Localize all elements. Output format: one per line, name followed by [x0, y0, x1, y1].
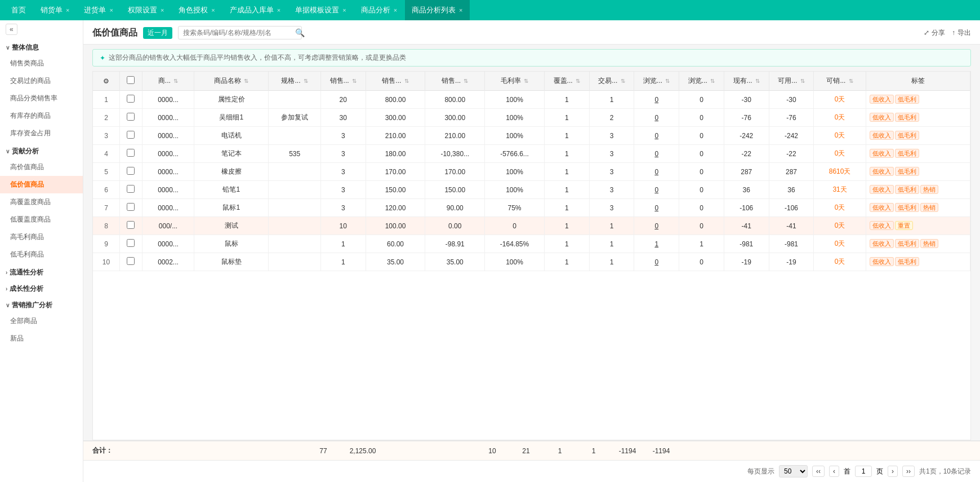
sidebar-item-all-goods[interactable]: 全部商品	[0, 312, 83, 330]
row-view1[interactable]: 0	[634, 91, 679, 109]
sidebar-item-low-value[interactable]: 低价值商品	[0, 176, 83, 193]
view1-link[interactable]: 0	[654, 114, 658, 122]
sidebar-group-circulation[interactable]: › 流通性分析	[0, 263, 83, 280]
nav-role[interactable]: 角色授权 ×	[172, 0, 221, 20]
col-profit-rate[interactable]: 毛利率 ⇅	[485, 72, 545, 91]
sidebar-group-marketing[interactable]: ∨ 营销推广分析	[0, 296, 83, 312]
tag-badge: 低收入	[870, 113, 894, 122]
col-spec[interactable]: 规格... ⇅	[269, 72, 321, 91]
row-view1[interactable]: 1	[634, 235, 679, 253]
row-checkbox[interactable]	[127, 149, 135, 157]
col-settings[interactable]: ⚙	[93, 72, 120, 91]
row-view1[interactable]: 0	[634, 127, 679, 145]
page-suffix: 页	[876, 467, 883, 476]
row-view1[interactable]: 0	[634, 109, 679, 127]
page-number-input[interactable]	[855, 466, 872, 477]
col-sale-qty[interactable]: 销售... ⇅	[320, 72, 366, 91]
sidebar-item-stock-goods[interactable]: 有库存的商品	[0, 107, 83, 125]
col-sale-price[interactable]: 销售... ⇅	[366, 72, 425, 91]
row-code: 0000...	[142, 145, 194, 163]
sidebar-item-low-coverage[interactable]: 低覆盖度商品	[0, 211, 83, 228]
close-icon[interactable]: ×	[459, 7, 462, 14]
row-view1[interactable]: 0	[634, 217, 679, 235]
sidebar-group-growth[interactable]: › 成长性分析	[0, 280, 83, 296]
sidebar-group-overall[interactable]: ∨ 整体信息	[0, 38, 83, 55]
view1-link[interactable]: 0	[654, 204, 658, 212]
col-name[interactable]: 商品名称 ⇅	[194, 72, 269, 91]
row-checkbox[interactable]	[127, 113, 135, 121]
row-checkbox[interactable]	[127, 131, 135, 139]
nav-template[interactable]: 单据模板设置 ×	[288, 0, 353, 20]
select-all-checkbox[interactable]	[127, 76, 135, 84]
view1-link[interactable]: 0	[654, 258, 658, 266]
sidebar-item-high-profit[interactable]: 高毛利商品	[0, 228, 83, 246]
col-code[interactable]: 商... ⇅	[142, 72, 194, 91]
row-checkbox[interactable]	[127, 167, 135, 175]
close-icon[interactable]: ×	[211, 7, 215, 14]
sidebar-item-stock-capital[interactable]: 库存资金占用	[0, 125, 83, 142]
view1-link[interactable]: 0	[654, 168, 658, 176]
row-tags: 低收入低毛利	[866, 253, 970, 271]
sidebar-group-contribution[interactable]: ∨ 贡献分析	[0, 142, 83, 158]
col-saleable[interactable]: 可销... ⇅	[814, 72, 866, 91]
col-sale-amount[interactable]: 销售... ⇅	[425, 72, 485, 91]
nav-sales[interactable]: 销货单 ×	[34, 0, 76, 20]
row-sale-qty: 3	[320, 199, 366, 217]
row-checkbox[interactable]	[127, 185, 135, 193]
view1-link[interactable]: 0	[654, 186, 658, 194]
row-checkbox[interactable]	[127, 221, 135, 229]
close-icon[interactable]: ×	[277, 7, 280, 14]
view1-link[interactable]: 0	[654, 150, 658, 158]
nav-product-in[interactable]: 产成品入库单 ×	[223, 0, 287, 20]
nav-product-analysis[interactable]: 商品分析 ×	[354, 0, 404, 20]
row-checkbox[interactable]	[127, 257, 135, 265]
row-tags: 低收入低毛利	[866, 91, 970, 109]
sidebar-item-traded[interactable]: 交易过的商品	[0, 72, 83, 90]
sidebar-collapse-btn[interactable]: «	[6, 24, 17, 35]
view1-link[interactable]: 0	[654, 96, 658, 104]
view1-link[interactable]: 0	[654, 222, 658, 230]
close-icon[interactable]: ×	[161, 7, 164, 14]
row-view1[interactable]: 0	[634, 199, 679, 217]
sidebar-item-high-coverage[interactable]: 高覆盖度商品	[0, 193, 83, 211]
row-num: 8	[93, 217, 120, 235]
sidebar-item-category-rate[interactable]: 商品分类销售率	[0, 90, 83, 107]
export-btn[interactable]: ↑ 导出	[952, 28, 971, 38]
col-view1[interactable]: 浏览... ⇅	[634, 72, 679, 91]
close-icon[interactable]: ×	[109, 7, 113, 14]
col-current-stock[interactable]: 现有... ⇅	[724, 72, 769, 91]
nav-home[interactable]: 首页	[5, 0, 33, 20]
row-checkbox[interactable]	[127, 203, 135, 211]
row-checkbox[interactable]	[127, 239, 135, 247]
time-tag-btn[interactable]: 近一月	[143, 27, 172, 39]
search-input[interactable]	[178, 26, 302, 39]
page-last-btn[interactable]: ››	[902, 466, 915, 477]
row-view1[interactable]: 0	[634, 145, 679, 163]
col-view2[interactable]: 浏览... ⇅	[679, 72, 724, 91]
row-checkbox[interactable]	[127, 95, 135, 103]
view1-link[interactable]: 1	[654, 240, 658, 248]
sidebar-item-low-profit[interactable]: 低毛利商品	[0, 246, 83, 263]
col-coverage[interactable]: 覆盖... ⇅	[544, 72, 589, 91]
sidebar-item-high-value[interactable]: 高价值商品	[0, 158, 83, 176]
sidebar-item-new-goods[interactable]: 新品	[0, 330, 83, 347]
share-btn[interactable]: ⤢ 分享	[924, 28, 945, 38]
close-icon[interactable]: ×	[394, 7, 397, 14]
page-prev-btn[interactable]: ‹	[829, 466, 839, 477]
nav-purchase[interactable]: 进货单 ×	[77, 0, 119, 20]
row-view1[interactable]: 0	[634, 181, 679, 199]
close-icon[interactable]: ×	[342, 7, 346, 14]
sidebar-item-sales-goods[interactable]: 销售类商品	[0, 55, 83, 72]
search-icon[interactable]: 🔍	[295, 28, 305, 37]
close-icon[interactable]: ×	[66, 7, 69, 14]
nav-permission[interactable]: 权限设置 ×	[121, 0, 171, 20]
page-next-btn[interactable]: ›	[888, 466, 898, 477]
row-view1[interactable]: 0	[634, 253, 679, 271]
view1-link[interactable]: 0	[654, 132, 658, 140]
row-view1[interactable]: 0	[634, 163, 679, 181]
col-trade[interactable]: 交易... ⇅	[589, 72, 634, 91]
col-available[interactable]: 可用... ⇅	[769, 72, 814, 91]
page-first-btn[interactable]: ‹‹	[812, 466, 825, 477]
page-size-select[interactable]: 50 100 200	[779, 465, 808, 477]
nav-product-analysis-list[interactable]: 商品分析列表 ×	[405, 0, 469, 20]
